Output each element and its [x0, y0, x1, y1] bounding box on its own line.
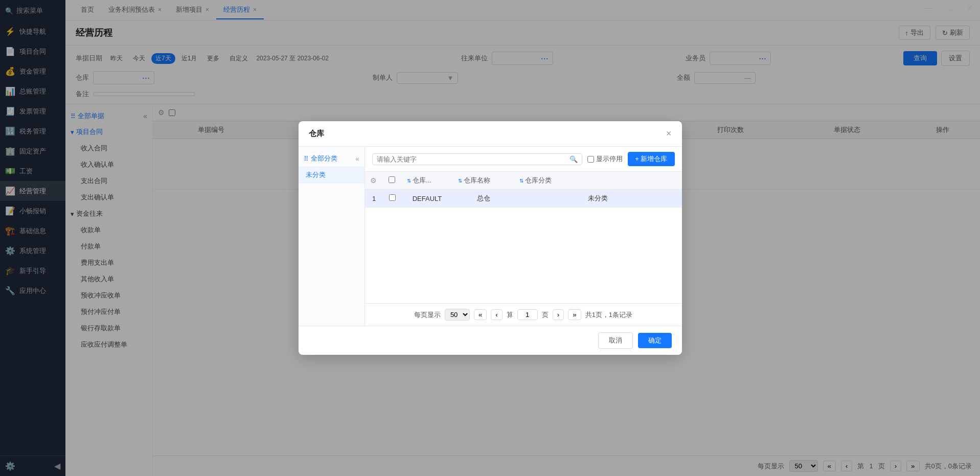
warehouse-table: ⚙ ⇅ 仓库... ⇅ — [365, 172, 682, 208]
cancel-button[interactable]: 取消 — [598, 332, 633, 349]
col-warehouse-code: ⇅ 仓库... — [402, 172, 453, 190]
warehouse-dialog: 仓库 × ⠿ 全部分类 « 未分类 — [299, 121, 682, 355]
dialog-page-prefix: 算 — [507, 310, 513, 320]
dialog-title: 仓库 — [309, 129, 324, 139]
add-warehouse-button[interactable]: + 新增仓库 — [628, 152, 674, 166]
maximize-button[interactable]: □ — [939, 0, 960, 16]
modal-overlay: 仓库 × ⠿ 全部分类 « 未分类 — [0, 0, 980, 476]
sort-icon-cat[interactable]: ⇅ — [519, 178, 523, 184]
show-disabled-checkbox-label[interactable]: 显示停用 — [587, 154, 623, 164]
dialog-left-title-text: 全部分类 — [311, 154, 337, 163]
dialog-footer: 取消 确定 — [299, 326, 682, 355]
dialog-page-size-label: 每页显示 — [414, 310, 441, 320]
show-disabled-checkbox[interactable] — [587, 156, 594, 163]
dialog-search-input[interactable] — [377, 155, 568, 163]
table-settings-icon[interactable]: ⚙ — [370, 176, 377, 185]
grid-icon-dialog: ⠿ — [304, 155, 309, 163]
dialog-prev-page[interactable]: ‹ — [491, 309, 502, 320]
window-controls: — □ × — [919, 0, 980, 16]
dialog-close-button[interactable]: × — [666, 128, 672, 139]
dialog-toolbar: 🔍 显示停用 + 新增仓库 — [365, 147, 682, 172]
row-code: DEFAULT — [402, 190, 453, 208]
col-warehouse-name: ⇅ 仓库名称 — [453, 172, 514, 190]
sort-icon-code[interactable]: ⇅ — [407, 178, 411, 184]
row-checkbox[interactable] — [389, 194, 396, 201]
row-name: 总仓 — [453, 190, 514, 208]
search-icon-dialog: 🔍 — [569, 155, 578, 163]
dialog-next-page[interactable]: › — [553, 309, 564, 320]
close-window-button[interactable]: × — [960, 0, 980, 16]
col-check-all — [383, 172, 402, 190]
minimize-button[interactable]: — — [919, 0, 939, 16]
category-unclassified[interactable]: 未分类 — [299, 166, 364, 184]
dialog-page-size-select[interactable]: 50 — [445, 309, 470, 321]
dialog-search-box: 🔍 — [372, 153, 583, 165]
sort-icon-name[interactable]: ⇅ — [458, 178, 462, 184]
row-category: 未分类 — [514, 190, 682, 208]
row-index: 1 — [365, 190, 383, 208]
dialog-categories: 未分类 — [299, 166, 364, 184]
row-checkbox-cell — [383, 190, 402, 208]
table-row[interactable]: 1 DEFAULT 总仓 未分类 — [365, 190, 682, 208]
dialog-table-area: ⚙ ⇅ 仓库... ⇅ — [365, 172, 682, 303]
dialog-left-header: ⠿ 全部分类 « — [299, 151, 364, 166]
dialog-body: ⠿ 全部分类 « 未分类 🔍 显 — [299, 147, 682, 326]
dialog-first-page[interactable]: « — [474, 309, 487, 320]
dialog-page-input[interactable] — [517, 309, 538, 320]
dialog-page-suffix: 页 — [542, 310, 549, 320]
dialog-last-page[interactable]: » — [568, 309, 581, 320]
dialog-header: 仓库 × — [299, 121, 682, 147]
show-disabled-label: 显示停用 — [596, 154, 623, 164]
col-warehouse-cat: ⇅ 仓库分类 — [514, 172, 682, 190]
warehouse-select-all[interactable] — [389, 176, 395, 183]
dialog-left-panel: ⠿ 全部分类 « 未分类 — [299, 147, 365, 326]
dialog-pagination: 每页显示 50 « ‹ 算 页 › » 共1页，1条记录 — [365, 303, 682, 326]
dialog-left-title: ⠿ 全部分类 — [304, 154, 337, 163]
col-settings: ⚙ — [365, 172, 383, 190]
collapse-dialog-left-button[interactable]: « — [355, 155, 359, 163]
dialog-total-text: 共1页，1条记录 — [585, 310, 632, 320]
confirm-button[interactable]: 确定 — [638, 333, 672, 348]
dialog-right-panel: 🔍 显示停用 + 新增仓库 ⚙ — [365, 147, 682, 326]
